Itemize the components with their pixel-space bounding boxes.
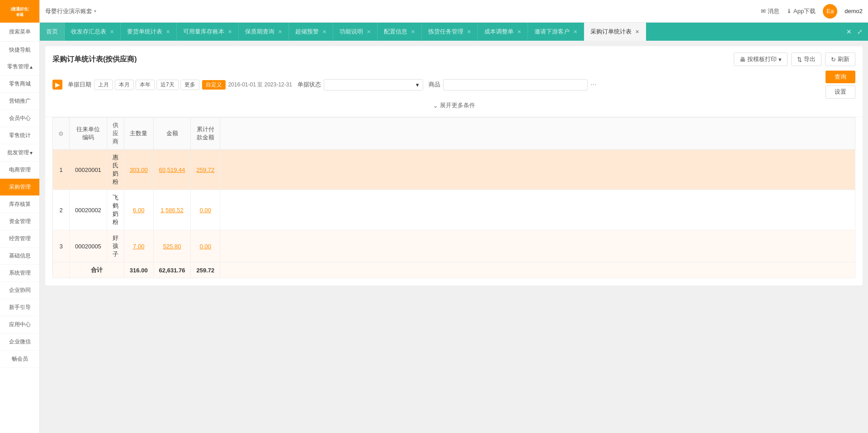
tab-chengben[interactable]: 成本调整单 ✕ <box>478 23 528 41</box>
expand-more-button[interactable]: ⌄ 展开更多条件 <box>433 101 475 109</box>
user-avatar[interactable]: Ea <box>823 4 837 19</box>
row-code: 00020001 <box>70 150 107 190</box>
sidebar-item-appstore[interactable]: 应用中心 <box>0 316 39 333</box>
settings-button[interactable]: 设置 <box>826 85 855 99</box>
date-btn-last-month[interactable]: 上月 <box>94 80 113 90</box>
status-select[interactable]: ▾ <box>324 79 423 90</box>
sidebar-item-retail[interactable]: 零售管理 ▴ <box>0 58 39 76</box>
tab-baoyuan[interactable]: 保质期查询 ✕ <box>239 23 289 41</box>
date-btn-this-year[interactable]: 本年 <box>136 80 155 90</box>
expand-more-label: 展开更多条件 <box>440 101 475 109</box>
workspace-selector[interactable]: 母婴行业演示账套 ▾ <box>45 7 96 15</box>
footer-extra <box>220 262 855 278</box>
close-icon[interactable]: ✕ <box>322 29 326 35</box>
sidebar-item-member[interactable]: 会员中心 <box>0 110 39 127</box>
export-button[interactable]: ⇅ 导出 <box>791 52 821 66</box>
tab-restore-button[interactable]: ⤢ <box>855 26 864 37</box>
row-amount[interactable]: 1,586.52 <box>153 190 191 230</box>
page-container: 采购订单统计表(按供应商) 🖶 按模板打印 ▾ ⇅ 导出 ↻ 刷新 <box>45 46 863 285</box>
row-paid[interactable]: 0.00 <box>191 230 220 262</box>
sidebar-item-marketing[interactable]: 营销推广 <box>0 93 39 110</box>
tab-home[interactable]: 首页 <box>40 23 65 41</box>
row-num: 2 <box>53 190 70 230</box>
close-icon[interactable]: ✕ <box>367 29 371 35</box>
row-code: 00020005 <box>70 230 107 262</box>
row-qty[interactable]: 7.00 <box>124 230 153 262</box>
template-print-button[interactable]: 🖶 按模板打印 ▾ <box>734 52 788 66</box>
refresh-icon: ↻ <box>831 56 836 63</box>
tab-chaochuyu[interactable]: 超储预警 ✕ <box>289 23 333 41</box>
close-icon[interactable]: ✕ <box>411 29 415 35</box>
refresh-button[interactable]: ↻ 刷新 <box>825 52 855 66</box>
tab-yaohuo[interactable]: 要货单统计表 ✕ <box>121 23 177 41</box>
date-btn-more[interactable]: 更多 <box>180 80 199 90</box>
message-button[interactable]: ✉ 消息 <box>761 7 779 15</box>
app-download-button[interactable]: ⇓ App下载 <box>787 7 816 15</box>
goods-input[interactable] <box>443 79 588 90</box>
close-icon[interactable]: ✕ <box>110 29 114 35</box>
table-header-row: ⚙ 往来单位编码 供应商 主数量 金额 累计付款金额 <box>53 118 855 150</box>
template-print-label: 按模板打印 <box>747 55 777 63</box>
close-icon[interactable]: ✕ <box>573 29 577 35</box>
goods-more-icon[interactable]: ··· <box>590 81 596 89</box>
sidebar-item-finance[interactable]: 资金管理 <box>0 213 39 230</box>
sidebar-item-retail-shop[interactable]: 零售商城 <box>0 76 39 93</box>
close-icon[interactable]: ✕ <box>228 29 232 35</box>
sidebar-item-system[interactable]: 系统管理 <box>0 265 39 282</box>
row-qty[interactable]: 303.00 <box>124 150 153 190</box>
print-icon: 🖶 <box>740 56 745 63</box>
row-paid[interactable]: 0.00 <box>191 190 220 230</box>
svg-rect-0 <box>11 3 29 19</box>
row-code: 00020002 <box>70 190 107 230</box>
tab-yaoqing[interactable]: 邀请下游客户 ✕ <box>528 23 584 41</box>
tab-kucun[interactable]: 可用量库存账本 ✕ <box>177 23 239 41</box>
search-button[interactable]: 查询 <box>826 71 855 83</box>
sidebar-search[interactable]: 搜索菜单 <box>0 23 39 42</box>
row-amount[interactable]: 525.80 <box>153 230 191 262</box>
close-icon[interactable]: ✕ <box>467 29 471 35</box>
tab-gongneng[interactable]: 功能说明 ✕ <box>333 23 377 41</box>
tab-label: 成本调整单 <box>484 28 514 36</box>
row-paid[interactable]: 259.72 <box>191 150 220 190</box>
gear-icon[interactable]: ⚙ <box>58 130 64 137</box>
sidebar-item-collab[interactable]: 企业协同 <box>0 282 39 299</box>
main-area: 母婴行业演示账套 ▾ ✉ 消息 ⇓ App下载 Ea demo2 首页 收发存汇… <box>40 0 868 433</box>
table-col-code: 往来单位编码 <box>70 118 107 150</box>
close-icon[interactable]: ✕ <box>635 29 639 35</box>
sidebar-item-vip[interactable]: 畅会员 <box>0 351 39 368</box>
sidebar-item-ops[interactable]: 经营管理 <box>0 230 39 247</box>
sidebar-item-ecommerce[interactable]: 电商管理 <box>0 162 39 179</box>
sidebar-item-retail-stat[interactable]: 零售统计 <box>0 127 39 144</box>
goods-filter: 商品 ··· <box>429 79 596 90</box>
search-menu-button[interactable]: 搜索菜单 <box>3 26 37 38</box>
tab-caigou[interactable]: 采购订单统计表 ✕ <box>584 23 646 41</box>
sidebar-item-newbie[interactable]: 新手引导 <box>0 299 39 316</box>
tab-shoufasum[interactable]: 收发存汇总表 ✕ <box>65 23 121 41</box>
tab-peizhi[interactable]: 配置信息 ✕ <box>377 23 422 41</box>
sidebar-item-wholesale[interactable]: 批发管理 ▾ <box>0 144 39 162</box>
date-btn-7days[interactable]: 近7天 <box>156 80 179 90</box>
footer-amount: 62,631.76 <box>153 262 191 278</box>
svg-text:标题: 标题 <box>16 13 24 17</box>
close-icon[interactable]: ✕ <box>517 29 521 35</box>
filter-collapse-button[interactable]: ▶ <box>52 80 62 90</box>
filter-area: ▶ 单据日期 上月 本月 本年 近7天 更多 自定义 2016-01-01 至 … <box>45 66 863 117</box>
sidebar-item-basic[interactable]: 基础信息 <box>0 247 39 265</box>
close-icon[interactable]: ✕ <box>166 29 170 35</box>
date-custom-badge[interactable]: 自定义 <box>202 80 226 90</box>
row-qty[interactable]: 6.00 <box>124 190 153 230</box>
tab-tuohuo[interactable]: 拣货任务管理 ✕ <box>422 23 478 41</box>
tab-label: 超储预警 <box>295 28 319 36</box>
sidebar-item-purchase[interactable]: 采购管理 <box>0 179 39 196</box>
sidebar-item-inventory[interactable]: 库存核算 <box>0 196 39 213</box>
table-row: 1 00020001 惠氏奶粉 303.00 60,519.44 259.72 <box>53 150 855 190</box>
row-amount[interactable]: 60,519.44 <box>153 150 191 190</box>
close-icon[interactable]: ✕ <box>278 29 282 35</box>
quick-nav-button[interactable]: 快捷导航 <box>0 42 39 58</box>
workspace-name: 母婴行业演示账套 <box>45 7 92 15</box>
tab-label: 收发存汇总表 <box>71 28 106 36</box>
sidebar-item-wechat[interactable]: 企业微信 <box>0 333 39 351</box>
tab-close-button[interactable]: ✕ <box>844 26 854 37</box>
table-col-qty: 主数量 <box>124 118 153 150</box>
date-btn-this-month[interactable]: 本月 <box>115 80 134 90</box>
